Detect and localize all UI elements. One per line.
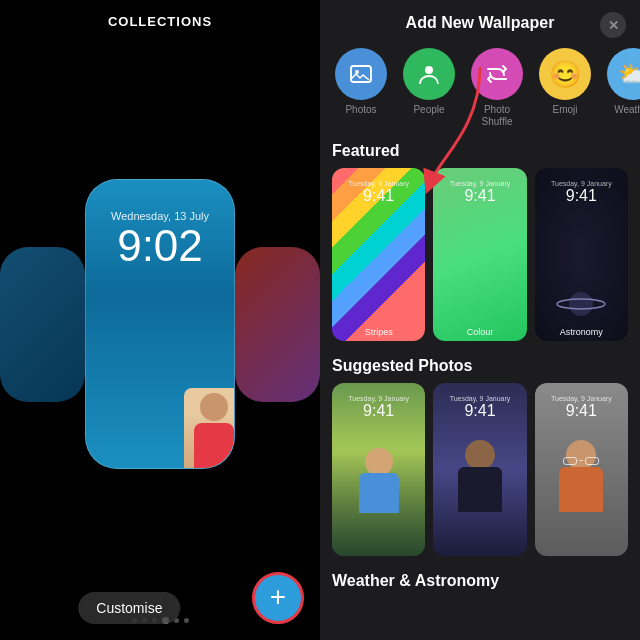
featured-grid: Tuesday, 9 January 9:41 Stripes Tuesday,… xyxy=(332,168,628,341)
suggested-3-time: 9:41 xyxy=(566,402,597,420)
bottom-bar: Customise + xyxy=(0,607,320,640)
right-header: Add New Wallpaper ✕ xyxy=(320,0,640,42)
suggested-3-date: Tuesday, 9 January xyxy=(551,395,612,402)
photos-icon-circle xyxy=(335,48,387,100)
phone-date: Wednesday, 13 July xyxy=(111,210,209,222)
weather-section-title: Weather & Astronomy xyxy=(332,572,628,590)
wallpaper-section-scroll[interactable]: Featured Tuesday, 9 January 9:41 Stripes… xyxy=(320,138,640,640)
add-wallpaper-button[interactable]: + xyxy=(252,572,304,624)
astronomy-planet-svg xyxy=(554,289,609,319)
type-icon-photos[interactable]: Photos xyxy=(334,48,388,128)
stripes-date: Tuesday, 9 January xyxy=(348,180,409,187)
colour-date: Tuesday, 9 January xyxy=(450,180,511,187)
featured-stripes[interactable]: Tuesday, 9 January 9:41 Stripes xyxy=(332,168,425,341)
suggested-grid: Tuesday, 9 January 9:41 Tuesday, 9 Janua… xyxy=(332,383,628,556)
astronomy-time: 9:41 xyxy=(566,187,597,205)
phone-card-center: Wednesday, 13 July 9:02 xyxy=(85,179,236,469)
plus-icon: + xyxy=(270,583,286,611)
shuffle-icon-circle xyxy=(471,48,523,100)
photos-icon-label: Photos xyxy=(345,104,376,116)
phone-card-right xyxy=(235,247,320,402)
suggested-photo-3[interactable]: Tuesday, 9 January 9:41 xyxy=(535,383,628,556)
type-icon-people[interactable]: People xyxy=(402,48,456,128)
featured-astronomy[interactable]: Tuesday, 9 January 9:41 Astronomy xyxy=(535,168,628,341)
phone-preview-area: Wednesday, 13 July 9:02 xyxy=(0,41,320,607)
suggested-photo-1[interactable]: Tuesday, 9 January 9:41 xyxy=(332,383,425,556)
colour-time: 9:41 xyxy=(464,187,495,205)
type-icons-row: Photos People Photo Shuffle xyxy=(320,42,640,138)
close-icon: ✕ xyxy=(608,18,619,33)
suggested-section-title: Suggested Photos xyxy=(332,357,628,375)
people-icon-circle xyxy=(403,48,455,100)
featured-colour[interactable]: Tuesday, 9 January 9:41 Colour xyxy=(433,168,526,341)
weather-icon-label: Weather xyxy=(614,104,640,116)
customise-button[interactable]: Customise xyxy=(78,592,180,624)
right-panel-title: Add New Wallpaper xyxy=(406,14,555,32)
phone-card-left xyxy=(0,247,85,402)
emoji-icon-circle: 😊 xyxy=(539,48,591,100)
type-icon-weather[interactable]: ⛅ Weather xyxy=(606,48,640,128)
suggested-2-date: Tuesday, 9 January xyxy=(450,395,511,402)
collections-title: COLLECTIONS xyxy=(108,14,212,29)
person-peek xyxy=(184,388,235,468)
left-panel: COLLECTIONS Wednesday, 13 July 9:02 Cust… xyxy=(0,0,320,640)
phone-time: 9:02 xyxy=(117,224,203,268)
emoji-icon-label: Emoji xyxy=(552,104,577,116)
weather-icon-circle: ⛅ xyxy=(607,48,640,100)
type-icon-emoji[interactable]: 😊 Emoji xyxy=(538,48,592,128)
suggested-1-time: 9:41 xyxy=(363,402,394,420)
colour-label: Colour xyxy=(433,327,526,337)
shuffle-icon-label: Photo Shuffle xyxy=(470,104,524,128)
featured-section-title: Featured xyxy=(332,142,628,160)
svg-point-3 xyxy=(569,292,593,316)
stripes-time: 9:41 xyxy=(363,187,394,205)
type-icon-shuffle[interactable]: Photo Shuffle xyxy=(470,48,524,128)
astronomy-date: Tuesday, 9 January xyxy=(551,180,612,187)
astronomy-label: Astronomy xyxy=(535,327,628,337)
suggested-1-date: Tuesday, 9 January xyxy=(348,395,409,402)
svg-point-2 xyxy=(425,66,433,74)
suggested-2-time: 9:41 xyxy=(464,402,495,420)
right-panel: Add New Wallpaper ✕ Photos xyxy=(320,0,640,640)
suggested-photo-2[interactable]: Tuesday, 9 January 9:41 xyxy=(433,383,526,556)
dot-6 xyxy=(184,618,189,623)
close-button[interactable]: ✕ xyxy=(600,12,626,38)
people-icon-label: People xyxy=(413,104,444,116)
stripes-label: Stripes xyxy=(332,327,425,337)
